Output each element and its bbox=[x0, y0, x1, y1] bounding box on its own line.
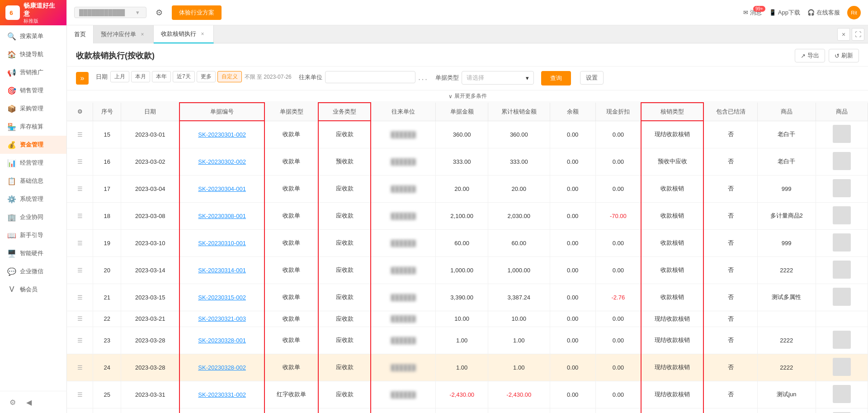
collapse-icon[interactable]: ◀ bbox=[24, 397, 34, 408]
cell-actions[interactable]: ☰ bbox=[67, 354, 93, 381]
col-header-biz-type[interactable]: 业务类型 bbox=[318, 103, 370, 121]
col-header-date[interactable]: 日期 bbox=[121, 103, 180, 121]
gear-icon[interactable]: ⚙ bbox=[152, 5, 166, 20]
doc-no-link[interactable]: SK-20230310-001 bbox=[198, 240, 246, 247]
sidebar-item-quick[interactable]: 🏠 快捷导航 bbox=[0, 45, 66, 63]
doc-no-link[interactable]: SK-20230321-003 bbox=[198, 315, 246, 322]
cell-actions[interactable]: ☰ bbox=[67, 256, 93, 284]
col-header-doc-no[interactable]: 单据编号 bbox=[179, 103, 264, 121]
cell-doc-no[interactable]: SK-20230301-002 bbox=[179, 121, 264, 148]
filter-toggle-button[interactable]: » bbox=[76, 72, 89, 85]
user-avatar[interactable]: Rit bbox=[847, 6, 861, 19]
sidebar-item-sales[interactable]: 🎯 销售管理 bbox=[0, 81, 66, 100]
sidebar-item-purchase[interactable]: 📦 采购管理 bbox=[0, 100, 66, 118]
col-header-doc-amount[interactable]: 单据金额 bbox=[436, 103, 488, 121]
col-header-goods2[interactable]: 商品 bbox=[816, 103, 868, 121]
row-action-icon[interactable]: ☰ bbox=[77, 131, 83, 138]
cell-actions[interactable]: ☰ bbox=[67, 148, 93, 175]
row-action-icon[interactable]: ☰ bbox=[77, 315, 83, 322]
filter-date-custom[interactable]: 自定义 bbox=[217, 71, 242, 82]
filter-date-last-month[interactable]: 上月 bbox=[110, 71, 129, 82]
doc-no-link[interactable]: SK-20230328-002 bbox=[198, 364, 246, 371]
tab-home[interactable]: 首页 bbox=[67, 25, 94, 43]
tab-payment-apply[interactable]: 预付冲应付单 × bbox=[94, 25, 154, 43]
sidebar-item-hardware[interactable]: 🖥️ 智能硬件 bbox=[0, 244, 66, 262]
sidebar-item-vip[interactable]: V 畅会员 bbox=[0, 280, 66, 299]
row-action-icon[interactable]: ☰ bbox=[77, 294, 83, 301]
cell-doc-no[interactable]: SK-20230315-002 bbox=[179, 284, 264, 311]
sidebar-item-inventory[interactable]: 🏪 库存核算 bbox=[0, 118, 66, 136]
sidebar-item-enterprise[interactable]: 🏢 企业协同 bbox=[0, 208, 66, 226]
row-action-icon[interactable]: ☰ bbox=[77, 185, 83, 192]
cell-actions[interactable]: ☰ bbox=[67, 121, 93, 148]
row-action-icon[interactable]: ☰ bbox=[77, 240, 83, 247]
export-button[interactable]: ↗ 导出 bbox=[795, 49, 825, 62]
sidebar-item-wechat[interactable]: 💬 企业微信 bbox=[0, 262, 66, 280]
col-header-include-settled[interactable]: 包含已结清 bbox=[703, 103, 757, 121]
doc-no-link[interactable]: SK-20230304-001 bbox=[198, 185, 246, 192]
online-service-link[interactable]: 🎧 在线客服 bbox=[807, 9, 840, 17]
industry-solution-button[interactable]: 体验行业方案 bbox=[172, 5, 222, 20]
cell-doc-no[interactable]: SK-20230328-001 bbox=[179, 327, 264, 354]
row-action-icon[interactable]: ☰ bbox=[77, 213, 83, 219]
cell-doc-no[interactable]: SK-20230304-001 bbox=[179, 175, 264, 202]
doc-type-select[interactable]: 请选择 ▾ bbox=[462, 71, 534, 85]
sidebar-item-fund[interactable]: 💰 资金管理 bbox=[0, 136, 66, 154]
refresh-button[interactable]: ↺ 刷新 bbox=[829, 49, 859, 62]
filter-date-7days[interactable]: 近7天 bbox=[173, 71, 195, 82]
sidebar-item-marketing[interactable]: 📢 营销推广 bbox=[0, 63, 66, 81]
cell-actions[interactable]: ☰ bbox=[67, 175, 93, 202]
cell-actions[interactable]: ☰ bbox=[67, 229, 93, 256]
query-button[interactable]: 查询 bbox=[541, 71, 571, 85]
cell-actions[interactable]: ☰ bbox=[67, 408, 93, 413]
cell-doc-no[interactable]: SK-20230310-001 bbox=[179, 229, 264, 256]
sidebar-item-search[interactable]: 🔍 搜索菜单 bbox=[0, 27, 66, 45]
filter-date-this-month[interactable]: 本月 bbox=[131, 71, 150, 82]
col-header-cancel-type[interactable]: 核销类型 bbox=[641, 103, 703, 121]
tab-payment-cancel-close[interactable]: × bbox=[199, 30, 206, 38]
doc-no-link[interactable]: SK-20230301-002 bbox=[198, 131, 246, 138]
doc-no-link[interactable]: SK-20230315-002 bbox=[198, 294, 246, 301]
filter-date-more[interactable]: 更多 bbox=[197, 71, 216, 82]
sidebar-item-guide[interactable]: 📖 新手引导 bbox=[0, 226, 66, 244]
message-button[interactable]: ✉ 消息 99+ bbox=[743, 9, 762, 17]
tab-close-button[interactable]: × bbox=[837, 28, 850, 41]
doc-no-link[interactable]: SK-20230328-001 bbox=[198, 337, 246, 344]
tab-payment-apply-close[interactable]: × bbox=[139, 31, 146, 38]
col-header-counterparty[interactable]: 往来单位 bbox=[371, 103, 436, 121]
sidebar-item-operation[interactable]: 📊 经营管理 bbox=[0, 154, 66, 172]
col-header-goods[interactable]: 商品 bbox=[757, 103, 816, 121]
counterparty-input[interactable] bbox=[325, 71, 415, 83]
row-action-icon[interactable]: ☰ bbox=[77, 364, 83, 371]
expand-more-button[interactable]: ∨ 展开更多条件 bbox=[448, 92, 487, 100]
company-selector[interactable]: ███████████ ▾ bbox=[74, 7, 146, 18]
cell-doc-no[interactable]: SK-20230308-001 bbox=[179, 202, 264, 229]
tab-maximize-button[interactable]: ⛶ bbox=[852, 28, 864, 41]
tab-payment-cancel[interactable]: 收款核销执行 × bbox=[154, 25, 214, 43]
cell-doc-no[interactable]: SK-20230328-002 bbox=[179, 354, 264, 381]
cell-actions[interactable]: ☰ bbox=[67, 327, 93, 354]
col-header-cash-discount[interactable]: 现金折扣 bbox=[595, 103, 641, 121]
filter-date-this-year[interactable]: 本年 bbox=[152, 71, 171, 82]
cell-actions[interactable]: ☰ bbox=[67, 381, 93, 408]
cell-actions[interactable]: ☰ bbox=[67, 202, 93, 229]
row-action-icon[interactable]: ☰ bbox=[77, 158, 83, 165]
col-header-doc-type[interactable]: 单据类型 bbox=[264, 103, 319, 121]
col-header-gear[interactable]: ⚙ bbox=[67, 103, 93, 121]
doc-no-link[interactable]: SK-20230302-002 bbox=[198, 158, 246, 165]
cell-doc-no[interactable]: SK-20230302-002 bbox=[179, 148, 264, 175]
cell-doc-no[interactable]: SK-20230331-002 bbox=[179, 381, 264, 408]
doc-no-link[interactable]: SK-20230331-002 bbox=[198, 391, 246, 398]
doc-no-link[interactable]: SK-20230314-001 bbox=[198, 267, 246, 274]
row-action-icon[interactable]: ☰ bbox=[77, 267, 83, 274]
col-header-balance[interactable]: 余额 bbox=[550, 103, 595, 121]
doc-no-link[interactable]: SK-20230308-001 bbox=[198, 213, 246, 219]
sidebar-item-system[interactable]: ⚙️ 系统管理 bbox=[0, 190, 66, 208]
settings-icon[interactable]: ⚙ bbox=[7, 397, 18, 408]
cell-doc-no[interactable]: SK-20230403-002 bbox=[179, 408, 264, 413]
sidebar-item-basic[interactable]: 📋 基础信息 bbox=[0, 172, 66, 190]
cell-doc-no[interactable]: SK-20230314-001 bbox=[179, 256, 264, 284]
app-download-link[interactable]: 📱 App下载 bbox=[769, 9, 800, 17]
cell-doc-no[interactable]: SK-20230321-003 bbox=[179, 311, 264, 327]
setting-button[interactable]: 设置 bbox=[580, 71, 604, 85]
